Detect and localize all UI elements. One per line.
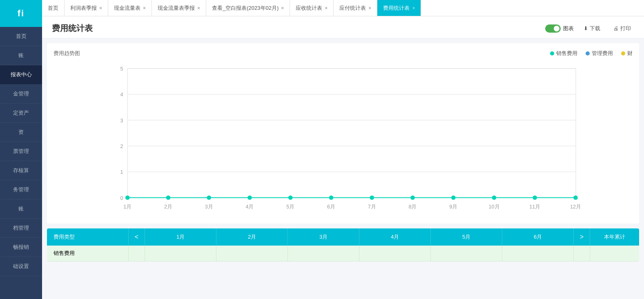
td-yearly bbox=[590, 246, 639, 261]
svg-point-19 bbox=[370, 195, 374, 200]
legend-dot-management bbox=[586, 51, 590, 55]
legend-label-management: 管理费用 bbox=[592, 50, 613, 57]
legend-label-finance: 财 bbox=[627, 50, 633, 57]
close-icon[interactable]: × bbox=[368, 5, 371, 11]
svg-text:4月: 4月 bbox=[245, 204, 254, 210]
chart-toggle[interactable] bbox=[545, 24, 561, 33]
svg-text:4: 4 bbox=[120, 92, 123, 97]
sidebar-item-inventory[interactable]: 存核算 bbox=[0, 161, 42, 180]
svg-point-23 bbox=[533, 195, 537, 200]
svg-text:7月: 7月 bbox=[368, 204, 376, 210]
sidebar: fi 首页 账 报表中心 金管理 定资产 资 票管理 存核算 务管理 账 档管理… bbox=[0, 0, 42, 299]
sidebar-item-ledger[interactable]: 账 bbox=[0, 199, 42, 219]
sidebar-item-home[interactable]: 首页 bbox=[0, 27, 42, 46]
tab-cash-flow[interactable]: 现金流量表 × bbox=[108, 0, 152, 16]
svg-point-13 bbox=[125, 195, 130, 200]
svg-text:11月: 11月 bbox=[529, 204, 540, 210]
print-label: 打印 bbox=[620, 25, 631, 32]
tab-home-label: 首页 bbox=[48, 4, 58, 12]
th-next[interactable]: > bbox=[574, 228, 590, 246]
legend-management: 管理费用 bbox=[586, 50, 613, 57]
th-month4: 4月 bbox=[359, 228, 431, 246]
tab-expense[interactable]: 费用统计表 × bbox=[377, 0, 421, 16]
tab-bar: 首页 利润表季报 × 现金流量表 × 现金流量表季报 × 查看_空白报表(202… bbox=[42, 0, 644, 16]
th-prev[interactable]: < bbox=[129, 228, 145, 246]
svg-text:6月: 6月 bbox=[327, 204, 335, 210]
print-button[interactable]: 🖨 打印 bbox=[610, 23, 634, 34]
svg-point-24 bbox=[573, 195, 578, 200]
td-type: 销售费用 bbox=[47, 246, 129, 261]
svg-text:1月: 1月 bbox=[123, 204, 131, 210]
svg-text:1: 1 bbox=[120, 169, 123, 175]
tab-expense-label: 费用统计表 bbox=[383, 4, 410, 12]
prev-button[interactable]: < bbox=[135, 233, 138, 241]
tab-payable[interactable]: 应付统计表 × bbox=[334, 0, 377, 16]
svg-text:5月: 5月 bbox=[286, 204, 294, 210]
td-next-nav bbox=[574, 246, 590, 261]
tab-profit-quarterly[interactable]: 利润表季报 × bbox=[65, 0, 108, 16]
sidebar-item-fixed-assets[interactable]: 定资产 bbox=[0, 104, 42, 123]
svg-text:10月: 10月 bbox=[488, 204, 499, 210]
legend-finance: 财 bbox=[621, 50, 633, 57]
svg-point-17 bbox=[288, 195, 293, 200]
sidebar-logo: fi bbox=[0, 0, 42, 27]
legend-dot-sales bbox=[550, 51, 554, 55]
tab-receivable[interactable]: 应收统计表 × bbox=[290, 0, 334, 16]
svg-text:2: 2 bbox=[120, 144, 123, 149]
svg-point-22 bbox=[492, 195, 497, 200]
close-icon[interactable]: × bbox=[197, 5, 200, 11]
expense-table: 费用类型 < 1月 2月 3月 4月 5月 6月 > 本年累计 销售费用 bbox=[47, 228, 639, 261]
legend-sales: 销售费用 bbox=[550, 50, 577, 57]
close-icon[interactable]: × bbox=[99, 5, 102, 11]
svg-text:8月: 8月 bbox=[408, 204, 417, 210]
tab-cash-flow-label: 现金流量表 bbox=[114, 4, 140, 12]
sidebar-item-account[interactable]: 账 bbox=[0, 46, 42, 65]
chart-toggle-wrap: 图表 bbox=[545, 24, 574, 33]
th-month5: 5月 bbox=[431, 228, 502, 246]
td-m2 bbox=[216, 246, 288, 261]
tab-check-blank[interactable]: 查看_空白报表(2023年02月) × bbox=[206, 0, 290, 16]
sidebar-item-basic-settings[interactable]: 础设置 bbox=[0, 257, 42, 276]
sidebar-item-write-off[interactable]: 畅报销 bbox=[0, 238, 42, 257]
chart-title: 费用趋势图 bbox=[53, 50, 80, 57]
tab-cash-flow-quarterly[interactable]: 现金流量表季报 × bbox=[152, 0, 206, 16]
close-icon[interactable]: × bbox=[281, 5, 284, 11]
th-yearly: 本年累计 bbox=[590, 228, 639, 246]
sidebar-item-salary[interactable]: 资 bbox=[0, 123, 42, 142]
svg-text:3: 3 bbox=[120, 118, 123, 124]
trend-chart: 0 1 2 3 4 5 bbox=[53, 62, 633, 217]
svg-point-20 bbox=[410, 195, 415, 200]
legend-dot-finance bbox=[621, 51, 625, 55]
tab-receivable-label: 应收统计表 bbox=[296, 4, 322, 12]
print-icon: 🖨 bbox=[613, 25, 619, 31]
header-actions: 图表 ⬇ 下载 🖨 打印 bbox=[545, 23, 634, 34]
svg-text:0: 0 bbox=[120, 195, 123, 201]
close-icon[interactable]: × bbox=[412, 5, 415, 11]
svg-point-21 bbox=[451, 195, 456, 200]
download-label: 下载 bbox=[590, 25, 600, 32]
download-button[interactable]: ⬇ 下载 bbox=[580, 23, 604, 34]
close-icon[interactable]: × bbox=[143, 5, 146, 11]
next-button[interactable]: > bbox=[580, 233, 584, 241]
sidebar-item-report-center[interactable]: 报表中心 bbox=[0, 65, 42, 84]
svg-point-15 bbox=[207, 195, 211, 200]
sidebar-item-invoice[interactable]: 票管理 bbox=[0, 142, 42, 161]
toggle-label: 图表 bbox=[563, 25, 574, 32]
tab-profit-quarterly-label: 利润表季报 bbox=[70, 4, 97, 12]
close-icon[interactable]: × bbox=[325, 5, 328, 11]
th-type: 费用类型 bbox=[47, 228, 129, 246]
svg-text:12月: 12月 bbox=[570, 204, 581, 210]
svg-text:3月: 3月 bbox=[205, 204, 213, 210]
chart-legend: 销售费用 管理费用 财 bbox=[550, 50, 633, 57]
chart-header: 费用趋势图 销售费用 管理费用 财 bbox=[53, 50, 633, 57]
td-m6 bbox=[502, 246, 574, 261]
sidebar-item-fund[interactable]: 金管理 bbox=[0, 84, 42, 104]
sidebar-item-archives[interactable]: 档管理 bbox=[0, 219, 42, 238]
main-area: 首页 利润表季报 × 现金流量表 × 现金流量表季报 × 查看_空白报表(202… bbox=[42, 0, 644, 299]
sidebar-item-business[interactable]: 务管理 bbox=[0, 180, 42, 199]
table-row: 销售费用 bbox=[47, 246, 639, 261]
svg-point-18 bbox=[329, 195, 334, 200]
svg-text:5: 5 bbox=[120, 66, 123, 72]
tab-home[interactable]: 首页 bbox=[42, 0, 65, 16]
svg-point-16 bbox=[247, 195, 252, 200]
